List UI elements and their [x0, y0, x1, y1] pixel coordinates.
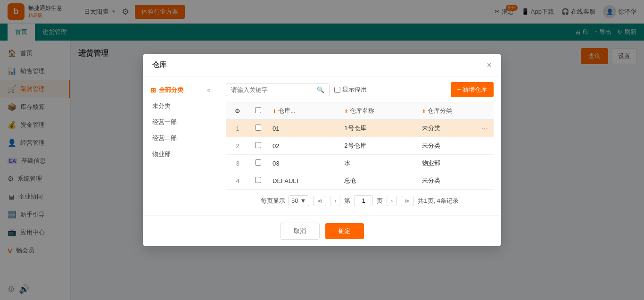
show-disabled-checkbox[interactable]: [334, 87, 340, 93]
modal-cat-dept2[interactable]: 经营二部: [143, 130, 218, 146]
settings-icon-th[interactable]: ⚙: [235, 108, 240, 115]
th-checkbox: [249, 102, 267, 120]
modal-cat-unclassified[interactable]: 未分类: [143, 98, 218, 114]
new-warehouse-button[interactable]: + 新增仓库: [451, 82, 494, 97]
td-code: 02: [267, 137, 339, 155]
table-row[interactable]: 1 01 1号仓库 未分类 ···: [226, 120, 494, 137]
modal-sidebar: ⊞ 全部分类 « 未分类 经营一部 经营二部 物业部: [143, 76, 218, 216]
modal-sidebar-header[interactable]: ⊞ 全部分类 «: [143, 82, 218, 98]
search-box: 🔍: [226, 83, 330, 96]
row-checkbox-1[interactable]: [255, 125, 261, 131]
modal-close-button[interactable]: ×: [487, 61, 492, 69]
more-icon[interactable]: ···: [482, 124, 488, 133]
table-head: ⚙ ⬆ 仓库...: [226, 102, 494, 120]
search-input[interactable]: [231, 86, 314, 93]
modal-overlay: 仓库 × ⊞ 全部分类 « 未分类 经营一部 经营二部: [0, 0, 644, 300]
warehouse-table: ⚙ ⬆ 仓库...: [226, 102, 494, 190]
modal-footer: 取消 确定: [143, 216, 501, 246]
modal-cat-dept1[interactable]: 经营一部: [143, 114, 218, 130]
last-page-button[interactable]: ⊳: [401, 196, 414, 206]
modal-content-area: 🔍 显示停用 + 新增仓库 ⚙: [218, 76, 501, 216]
td-checkbox: [249, 120, 267, 137]
show-disabled-label[interactable]: 显示停用: [334, 85, 367, 94]
td-index: 3: [226, 155, 249, 172]
warehouse-modal: 仓库 × ⊞ 全部分类 « 未分类 经营一部 经营二部: [143, 54, 501, 246]
td-name: 1号仓库: [339, 120, 416, 137]
modal-cat-property[interactable]: 物业部: [143, 146, 218, 162]
row-checkbox-4[interactable]: [255, 177, 261, 183]
sort-icon: ⬆: [272, 108, 276, 114]
next-page-button[interactable]: ›: [387, 196, 397, 206]
row-checkbox-3[interactable]: [255, 159, 261, 166]
td-category: 未分类: [416, 172, 494, 190]
page-number-input[interactable]: [354, 195, 373, 206]
td-checkbox: [249, 172, 267, 190]
table-row[interactable]: 3 03 水 物业部: [226, 155, 494, 172]
td-name: 水: [339, 155, 416, 172]
first-page-button[interactable]: ⊲: [313, 196, 326, 206]
td-name: 2号仓库: [339, 137, 416, 155]
confirm-button[interactable]: 确定: [325, 223, 364, 239]
table-header-row: ⚙ ⬆ 仓库...: [226, 102, 494, 120]
td-checkbox: [249, 155, 267, 172]
grid-icon: ⊞: [150, 86, 156, 94]
th-code: ⬆ 仓库...: [267, 102, 339, 120]
modal-toolbar: 🔍 显示停用 + 新增仓库: [226, 82, 494, 97]
collapse-button[interactable]: «: [207, 87, 210, 93]
page-size-select: 每页显示 50 ▼: [261, 195, 309, 206]
td-category: 物业部: [416, 155, 494, 172]
td-category: 未分类: [416, 137, 494, 155]
row-checkbox-2[interactable]: [255, 142, 261, 148]
td-code: DEFAULT: [267, 172, 339, 190]
td-code: 01: [267, 120, 339, 137]
sort-icon-cat: ⬆: [422, 108, 426, 114]
td-index: 4: [226, 172, 249, 190]
td-name: 总仓: [339, 172, 416, 190]
td-code: 03: [267, 155, 339, 172]
select-all-checkbox[interactable]: [255, 107, 261, 113]
per-page-selector[interactable]: 50 ▼: [288, 195, 309, 206]
prev-page-button[interactable]: ‹: [330, 196, 340, 206]
table-row[interactable]: 2 02 2号仓库 未分类: [226, 137, 494, 155]
modal-title: 仓库: [152, 60, 166, 69]
th-category: ⬆ 仓库分类: [416, 102, 494, 120]
modal-body: ⊞ 全部分类 « 未分类 经营一部 经营二部 物业部: [143, 76, 501, 216]
td-checkbox: [249, 137, 267, 155]
chevron-down-icon: ▼: [300, 197, 306, 204]
table-body: 1 01 1号仓库 未分类 ···: [226, 120, 494, 190]
pagination: 每页显示 50 ▼ ⊲ ‹ 第 页 › ⊳ 共1页, 4条记录: [226, 190, 494, 210]
th-name: ⬆ 仓库名称: [339, 102, 416, 120]
search-icon: 🔍: [317, 86, 324, 93]
sort-icon-name: ⬆: [344, 108, 348, 114]
table-row[interactable]: 4 DEFAULT 总仓 未分类: [226, 172, 494, 190]
td-category: 未分类 ···: [416, 120, 494, 137]
td-index: 1: [226, 120, 249, 137]
td-index: 2: [226, 137, 249, 155]
table-wrap: ⚙ ⬆ 仓库...: [226, 102, 494, 190]
cancel-button[interactable]: 取消: [280, 223, 320, 240]
modal-header: 仓库 ×: [143, 54, 501, 76]
th-index: ⚙: [226, 102, 249, 120]
